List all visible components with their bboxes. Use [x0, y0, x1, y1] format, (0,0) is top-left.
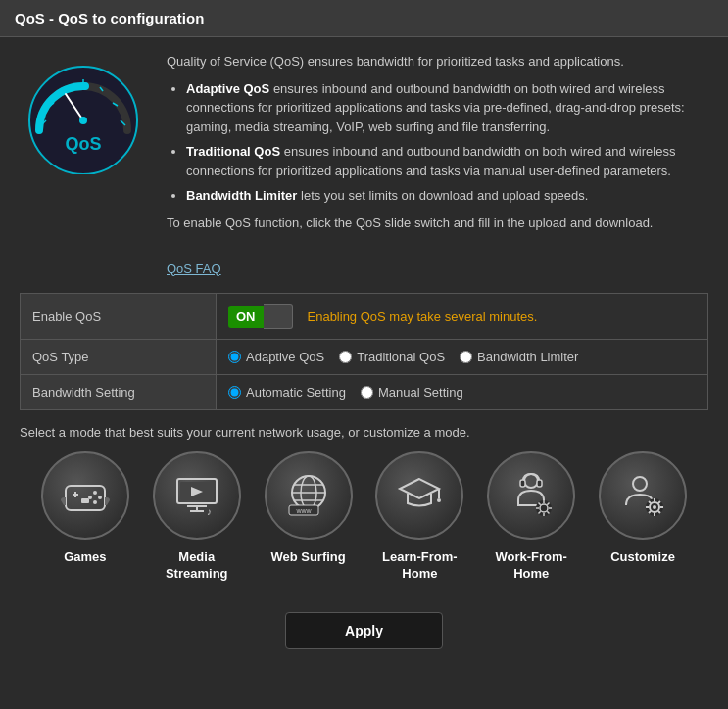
qos-type-row: QoS Type Adaptive QoS Traditional QoS Ba… — [21, 340, 708, 375]
bandwidth-setting-label: Bandwidth Setting — [21, 375, 217, 410]
qos-toggle[interactable]: ON — [228, 304, 293, 329]
games-icon-circle — [41, 451, 129, 540]
learn-from-home-label: Learn-From-Home — [370, 549, 468, 583]
svg-text:QoS: QoS — [65, 134, 101, 154]
enable-qos-label: Enable QoS — [21, 294, 217, 340]
bullet-bandwidth-text: lets you set limits on download and uplo… — [301, 188, 588, 203]
mode-item-learn-from-home[interactable]: Learn-From-Home — [370, 451, 468, 583]
modes-container: Games ♪ Media Streaming — [20, 451, 708, 583]
learn-from-home-icon — [395, 471, 444, 520]
radio-automatic-label: Automatic Setting — [246, 385, 346, 400]
svg-point-17 — [93, 500, 97, 504]
svg-point-9 — [79, 117, 87, 124]
mode-selection-label: Select a mode that best suits your curre… — [20, 425, 708, 440]
bandwidth-setting-value: Automatic Setting Manual Setting — [217, 375, 708, 410]
intro-bullets: Adaptive QoS ensures inbound and outboun… — [186, 79, 708, 206]
content-area: QoS Quality of Service (QoS) ensures ban… — [0, 37, 728, 679]
mode-item-web-surfing[interactable]: www Web Surfing — [260, 451, 358, 566]
svg-rect-38 — [537, 480, 542, 487]
radio-bandwidth-label: Bandwidth Limiter — [477, 350, 578, 364]
enable-qos-row: Enable QoS ON Enabling QoS may take seve… — [21, 294, 708, 340]
bandwidth-setting-row: Bandwidth Setting Automatic Setting Manu… — [21, 375, 708, 410]
radio-bandwidth-limiter[interactable]: Bandwidth Limiter — [460, 350, 578, 364]
games-label: Games — [64, 549, 106, 566]
radio-adaptive-input[interactable] — [228, 351, 241, 363]
qos-logo: QoS — [20, 52, 147, 179]
web-surfing-label: Web Surfing — [270, 549, 345, 566]
bullet-adaptive: Adaptive QoS ensures inbound and outboun… — [186, 79, 708, 137]
radio-adaptive[interactable]: Adaptive QoS — [228, 350, 324, 364]
apply-button[interactable]: Apply — [285, 612, 443, 649]
learn-from-home-icon-circle — [375, 451, 463, 540]
mode-item-games[interactable]: Games — [36, 451, 134, 566]
svg-point-49 — [633, 477, 647, 491]
radio-traditional-input[interactable] — [339, 351, 352, 363]
bandwidth-radio-group: Automatic Setting Manual Setting — [228, 385, 696, 400]
toggle-off-part — [264, 304, 293, 329]
radio-bandwidth-input[interactable] — [460, 351, 472, 363]
page-title: QoS - QoS to configuration — [15, 10, 713, 26]
radio-manual[interactable]: Manual Setting — [361, 385, 463, 400]
web-surfing-icon-circle: www — [265, 451, 353, 540]
toggle-on-label: ON — [228, 306, 264, 328]
work-from-home-icon — [507, 471, 556, 520]
toggle-warning: Enabling QoS may take several minutes. — [308, 309, 538, 324]
svg-text:♪: ♪ — [207, 506, 212, 517]
svg-point-15 — [98, 496, 102, 499]
media-streaming-icon-circle: ♪ — [153, 451, 241, 540]
svg-marker-33 — [400, 479, 439, 498]
qos-type-value: Adaptive QoS Traditional QoS Bandwidth L… — [217, 340, 708, 375]
bullet-bandwidth: Bandwidth Limiter lets you set limits on… — [186, 186, 708, 206]
radio-traditional[interactable]: Traditional QoS — [339, 350, 445, 364]
intro-description: Quality of Service (QoS) ensures bandwid… — [167, 52, 708, 71]
customize-label: Customize — [610, 549, 675, 566]
page-header: QoS - QoS to configuration — [0, 0, 728, 37]
mode-item-customize[interactable]: Customize — [594, 451, 692, 566]
radio-traditional-label: Traditional QoS — [357, 350, 445, 364]
svg-text:www: www — [295, 507, 312, 514]
customize-icon-circle — [599, 451, 687, 540]
games-icon — [61, 471, 110, 520]
qos-type-radio-group: Adaptive QoS Traditional QoS Bandwidth L… — [228, 350, 696, 364]
web-surfing-icon: www — [284, 471, 333, 520]
work-from-home-icon-circle — [487, 451, 575, 540]
media-streaming-label: Media Streaming — [148, 549, 246, 583]
radio-adaptive-label: Adaptive QoS — [246, 350, 324, 364]
intro-text: Quality of Service (QoS) ensures bandwid… — [167, 52, 708, 278]
settings-table: Enable QoS ON Enabling QoS may take seve… — [20, 293, 708, 410]
qos-faq-link[interactable]: QoS FAQ — [167, 261, 221, 276]
svg-rect-37 — [520, 480, 525, 487]
bullet-adaptive-term: Adaptive QoS — [186, 81, 269, 96]
svg-point-35 — [437, 498, 441, 502]
radio-automatic-input[interactable] — [228, 386, 241, 399]
bullet-bandwidth-term: Bandwidth Limiter — [186, 188, 297, 203]
svg-rect-18 — [81, 498, 89, 503]
bullet-traditional: Traditional QoS ensures inbound and outb… — [186, 142, 708, 180]
apply-btn-container: Apply — [20, 602, 708, 664]
mode-item-media-streaming[interactable]: ♪ Media Streaming — [148, 451, 246, 583]
bullet-traditional-term: Traditional QoS — [186, 144, 280, 159]
customize-icon — [618, 471, 667, 520]
radio-manual-input[interactable] — [361, 386, 373, 399]
media-streaming-icon: ♪ — [172, 471, 221, 520]
mode-item-work-from-home[interactable]: Work-From-Home — [482, 451, 580, 583]
work-from-home-label: Work-From-Home — [482, 549, 580, 583]
qos-type-label: QoS Type — [21, 340, 217, 375]
radio-automatic[interactable]: Automatic Setting — [228, 385, 346, 400]
enable-note: To enable QoS function, click the QoS sl… — [167, 213, 708, 233]
svg-point-14 — [93, 491, 97, 495]
intro-section: QoS Quality of Service (QoS) ensures ban… — [20, 52, 708, 278]
svg-point-52 — [653, 505, 656, 509]
enable-qos-value: ON Enabling QoS may take several minutes… — [217, 294, 708, 340]
radio-manual-label: Manual Setting — [378, 385, 463, 400]
